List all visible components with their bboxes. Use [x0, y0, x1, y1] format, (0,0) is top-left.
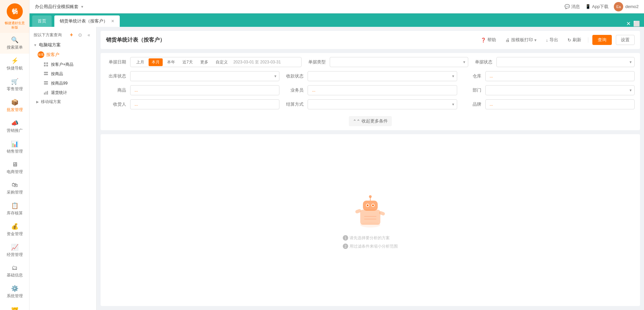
panel-header: 按以下方案查询 + ⊙ « [30, 30, 96, 40]
tree-section-mobile[interactable]: ▶ 移动端方案 [30, 97, 96, 106]
sidebar-item-corp[interactable]: 🤝 企业协同 [0, 302, 29, 310]
staff-more[interactable]: ... [311, 88, 317, 93]
collapse-panel-icon[interactable]: « [86, 32, 92, 38]
app-download-btn[interactable]: 📱 App下载 [585, 4, 608, 10]
message-btn[interactable]: 💬 消息 [565, 4, 580, 10]
receiver-more[interactable]: ... [133, 102, 139, 107]
type-dropdown-icon: ▾ [463, 60, 465, 64]
dept-dropdown-icon: ▾ [630, 88, 632, 93]
sidebar-item-label: 经营管理 [7, 252, 23, 258]
export-btn[interactable]: ↓ 导出 [543, 36, 561, 44]
date-filter[interactable]: 上月 本月 本年 近7天 更多 自定义 2023-03-01 至 2023-03… [130, 57, 302, 67]
date-btn-more[interactable]: 更多 [197, 58, 211, 66]
settings-btn[interactable]: 设置 [616, 35, 635, 45]
date-btn-last-month[interactable]: 上月 [133, 58, 147, 66]
page-actions: ❓ 帮助 🖨 按模板打印 ▾ ↓ 导出 ↻ 刷新 [478, 35, 635, 45]
collapse-up-icon: ⌃⌃ [353, 119, 360, 124]
sidebar-item-base[interactable]: 🗂 基础信息 [0, 261, 29, 281]
sidebar-item-ecom[interactable]: 🖥 电商管理 [0, 158, 29, 178]
sidebar-item-system[interactable]: ⚙️ 系统管理 [0, 281, 29, 302]
wholesale-icon: 📦 [11, 99, 18, 106]
maximize-icon[interactable]: ⬜ [633, 20, 640, 27]
receiver-filter[interactable]: ... [130, 99, 279, 109]
receive-label: 收款状态 [283, 73, 304, 79]
section-label: 移动端方案 [41, 99, 61, 105]
empty-illustration [350, 191, 390, 232]
print-btn[interactable]: 🖨 按模板打印 ▾ [503, 36, 539, 44]
user-menu[interactable]: Ea demo2 [614, 2, 639, 11]
sidebar-item-quick[interactable]: ⚡ 快捷导航 [0, 54, 29, 74]
dept-filter[interactable]: ▾ [485, 85, 635, 95]
item-label: 按商品99 [51, 81, 67, 86]
left-panel: 按以下方案查询 + ⊙ « ▼ 电脑端方案 按客 按客户 [30, 27, 97, 310]
sidebar-item-label: 销售管理 [7, 149, 23, 154]
goods-more[interactable]: ... [133, 88, 139, 93]
sidebar-item-label: 批发管理 [7, 107, 23, 113]
tree-item-return-stats[interactable]: 退货统计 [30, 88, 96, 97]
item-label: 按商品 [51, 71, 63, 77]
date-btn-7days[interactable]: 近7天 [179, 58, 196, 66]
sidebar-item-wholesale[interactable]: 📦 批发管理 [0, 95, 29, 116]
empty-hint-1: 1 请先选择要分析的方案 [343, 235, 390, 241]
receive-filter[interactable]: ▾ [308, 71, 457, 81]
date-btn-this-month[interactable]: 本月 [149, 58, 163, 66]
sidebar-item-marketing[interactable]: 📣 营销推广 [0, 116, 29, 137]
topbar-right: 💬 消息 📱 App下载 Ea demo2 [565, 2, 639, 11]
warehouse-filter[interactable]: ... [485, 71, 635, 81]
right-panel: 销货单统计表（按客户） ❓ 帮助 🖨 按模板打印 ▾ ↓ 导出 [97, 27, 644, 310]
help-label: 帮助 [487, 37, 496, 43]
svg-rect-13 [362, 211, 379, 223]
tree-section-pc[interactable]: ▼ 电脑端方案 [30, 40, 96, 50]
close-window-icon[interactable]: ✕ [626, 20, 631, 27]
tab-home-label: 首页 [38, 18, 46, 24]
topbar-arrow[interactable]: ▾ [81, 4, 83, 9]
tab-sales-stats[interactable]: 销货单统计表（按客户） ✕ [54, 15, 120, 27]
payment-filter[interactable]: ▾ [308, 99, 457, 109]
refresh-btn[interactable]: ↻ 刷新 [565, 36, 584, 44]
empty-hint-2: 2 用过滤条件来缩小分析范围 [343, 244, 398, 249]
sidebar-item-label: 快捷导航 [7, 65, 23, 71]
help-btn[interactable]: ❓ 帮助 [478, 36, 499, 44]
item-label: 按客户+商品 [51, 62, 73, 67]
tab-home[interactable]: 首页 [32, 15, 52, 27]
query-label: 查询 [598, 37, 606, 42]
sidebar-item-label: 资金管理 [7, 231, 23, 237]
sidebar-item-purchase[interactable]: 🛍 采购管理 [0, 178, 29, 199]
filter-row-2: 出库状态 ▾ 收款状态 ▾ 仓库 ... [106, 71, 635, 81]
warehouse-more[interactable]: ... [488, 74, 494, 79]
settings-plan-icon[interactable]: ⊙ [77, 32, 84, 38]
sidebar-item-retail[interactable]: 🛒 零售管理 [0, 74, 29, 95]
brand-more[interactable]: ... [488, 102, 494, 107]
svg-rect-3 [46, 65, 48, 66]
add-plan-icon[interactable]: + [68, 32, 75, 38]
tree-item-customer-product[interactable]: 按客户+商品 [30, 60, 96, 69]
date-btn-this-year[interactable]: 本年 [164, 58, 178, 66]
svg-rect-5 [44, 74, 48, 75]
close-tab-icon[interactable]: ✕ [111, 19, 114, 23]
retail-icon: 🛒 [11, 78, 18, 85]
download-icon: 📱 [585, 4, 591, 9]
sidebar-item-sales[interactable]: 📊 销售管理 [0, 137, 29, 158]
sidebar-item-stock[interactable]: 📋 库存核算 [0, 199, 29, 219]
type-label: 单据类型 [306, 59, 326, 65]
out-dropdown-icon: ▾ [274, 74, 276, 79]
filter-form: 单据日期 上月 本月 本年 近7天 更多 自定义 2023-03-01 至 20… [101, 53, 640, 130]
query-btn[interactable]: 查询 [592, 35, 612, 45]
avatar-text: Ea [616, 5, 621, 9]
tree-item-by-customer[interactable]: 按客 按客户 [30, 50, 96, 60]
date-btn-custom[interactable]: 自定义 [213, 58, 231, 66]
status-filter[interactable]: ▾ [496, 57, 635, 67]
sidebar-item-search[interactable]: 🔍 搜索菜单 [0, 33, 29, 54]
out-filter[interactable]: ▾ [130, 71, 279, 81]
goods-filter[interactable]: ... [130, 85, 279, 95]
brand-filter[interactable]: ... [485, 99, 635, 109]
type-filter[interactable]: ▾ [330, 57, 468, 67]
sidebar-item-ops[interactable]: 📈 经营管理 [0, 240, 29, 261]
collapse-btn[interactable]: ⌃⌃ 收起更多条件 [349, 116, 392, 126]
tree-item-by-product99[interactable]: 按商品99 [30, 79, 96, 88]
staff-filter[interactable]: ... [308, 85, 457, 95]
filter-row-3: 商品 ... 业务员 ... 部门 ▾ [106, 85, 635, 95]
sidebar-item-label: 采购管理 [7, 190, 23, 195]
sidebar-item-finance[interactable]: 💰 资金管理 [0, 219, 29, 240]
tree-item-by-product[interactable]: 按商品 [30, 69, 96, 79]
